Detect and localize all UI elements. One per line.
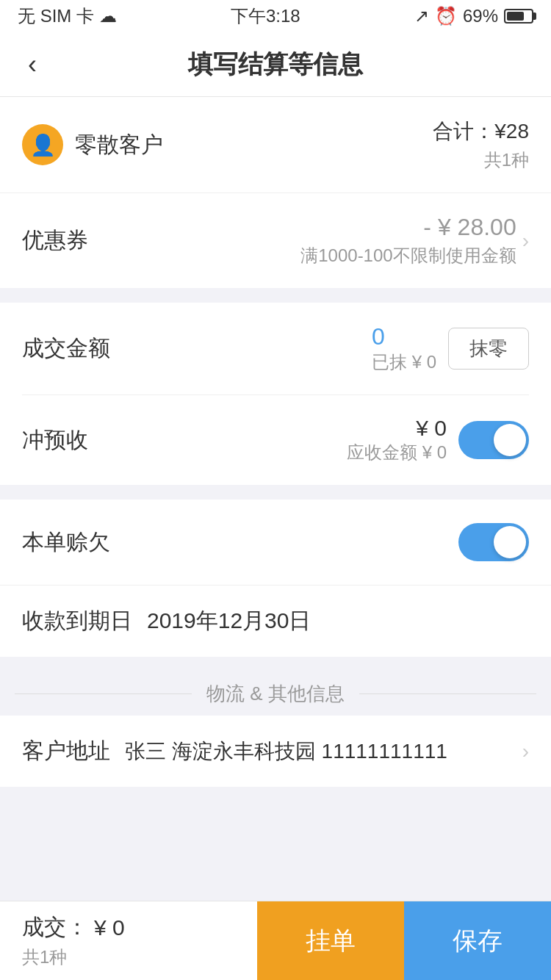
status-bar: 无 SIM 卡 ☁ 下午3:18 ↗ ⏰ 69% <box>0 0 551 32</box>
customer-row: 👤 零散客户 合计：¥28 共1种 <box>0 97 551 192</box>
coupon-content: - ¥ 28.00 满1000-100不限制使用金额 <box>300 214 516 267</box>
save-label: 保存 <box>453 924 503 958</box>
round-off-button[interactable]: 抹零 <box>448 328 529 370</box>
avatar: 👤 <box>22 124 63 165</box>
divider-3 <box>0 657 551 671</box>
nav-bar: ‹ 填写结算等信息 <box>0 32 551 97</box>
customer-card: 👤 零散客户 合计：¥28 共1种 优惠券 - ¥ 28.00 满1000-10… <box>0 97 551 288</box>
divider-2 <box>0 485 551 500</box>
logistics-section-label: 物流 & 其他信息 <box>0 671 551 716</box>
coupon-right: - ¥ 28.00 满1000-100不限制使用金额 › <box>300 214 529 267</box>
chevron-right-icon: › <box>522 229 529 253</box>
bottom-bar: 成交： ¥ 0 共1种 挂单 保存 <box>0 901 551 980</box>
alarm-icon: ⏰ <box>435 6 457 26</box>
prepayment-right: ¥ 0 应收金额 ¥ 0 <box>347 416 529 464</box>
customer-count: 共1种 <box>433 148 529 172</box>
transaction-right: 0 已抹 ¥ 0 抹零 <box>372 323 529 374</box>
toggle-knob <box>494 424 526 456</box>
address-chevron-icon: › <box>522 740 529 763</box>
battery-icon <box>504 9 533 24</box>
prepayment-sub: 应收金额 ¥ 0 <box>347 441 447 464</box>
transaction-section: 成交金额 0 已抹 ¥ 0 抹零 冲预收 ¥ 0 应收金额 ¥ 0 <box>0 303 551 485</box>
customer-summary: 合计：¥28 共1种 <box>433 118 529 172</box>
address-value: 张三 海淀永丰科技园 11111111111 <box>125 738 522 765</box>
transaction-value: 0 <box>372 323 436 350</box>
prepayment-toggle[interactable] <box>458 421 529 459</box>
coupon-desc: 满1000-100不限制使用金额 <box>300 244 516 267</box>
sim-status: 无 SIM 卡 ☁ <box>18 4 117 28</box>
bottom-summary-amount: ¥ 0 <box>94 915 125 940</box>
logistics-label: 物流 & 其他信息 <box>206 681 345 707</box>
debit-label: 本单赊欠 <box>22 527 110 558</box>
debit-toggle-knob <box>494 526 526 558</box>
transaction-label: 成交金额 <box>22 334 110 364</box>
bottom-summary: 成交： ¥ 0 共1种 <box>0 901 257 980</box>
prepayment-label: 冲预收 <box>22 425 88 455</box>
customer-name: 零散客户 <box>75 130 163 160</box>
due-date-label: 收款到期日 <box>22 606 132 636</box>
debit-toggle[interactable] <box>458 523 529 561</box>
hold-button[interactable]: 挂单 <box>257 901 404 980</box>
back-button[interactable]: ‹ <box>21 42 44 87</box>
customer-info: 👤 零散客户 <box>22 124 163 165</box>
transaction-sub: 已抹 ¥ 0 <box>372 350 436 374</box>
status-time: 下午3:18 <box>231 4 300 28</box>
hold-label: 挂单 <box>306 924 356 958</box>
page-title: 填写结算等信息 <box>188 48 363 82</box>
coupon-row[interactable]: 优惠券 - ¥ 28.00 满1000-100不限制使用金额 › <box>0 192 551 288</box>
prepayment-amount: ¥ 0 <box>347 416 447 441</box>
status-right: ↗ ⏰ 69% <box>414 6 533 26</box>
location-icon: ↗ <box>414 6 429 26</box>
bottom-count: 共1种 <box>22 945 235 969</box>
customer-total: 合计：¥28 <box>433 118 529 145</box>
bottom-summary-label: 成交： <box>22 912 88 943</box>
divider-1 <box>0 288 551 303</box>
coupon-label: 优惠券 <box>22 226 88 256</box>
prepayment-row: 冲预收 ¥ 0 应收金额 ¥ 0 <box>22 395 529 485</box>
address-label: 客户地址 <box>22 736 110 766</box>
debit-row: 本单赊欠 <box>22 500 529 585</box>
person-icon: 👤 <box>30 133 56 157</box>
address-row[interactable]: 客户地址 张三 海淀永丰科技园 11111111111 › <box>0 716 551 787</box>
save-button[interactable]: 保存 <box>404 901 551 980</box>
transaction-amount-block: 0 已抹 ¥ 0 <box>372 323 436 374</box>
status-left: 无 SIM 卡 ☁ <box>18 4 117 28</box>
bottom-amount-row: 成交： ¥ 0 <box>22 912 235 943</box>
battery-percentage: 69% <box>463 6 498 26</box>
due-date-row: 收款到期日 2019年12月30日 <box>0 585 551 657</box>
debit-section: 本单赊欠 <box>0 500 551 585</box>
coupon-amount: - ¥ 28.00 <box>300 214 516 241</box>
transaction-row: 成交金额 0 已抹 ¥ 0 抹零 <box>22 303 529 395</box>
due-date-value: 2019年12月30日 <box>147 606 311 636</box>
prepayment-amount-block: ¥ 0 应收金额 ¥ 0 <box>347 416 447 464</box>
